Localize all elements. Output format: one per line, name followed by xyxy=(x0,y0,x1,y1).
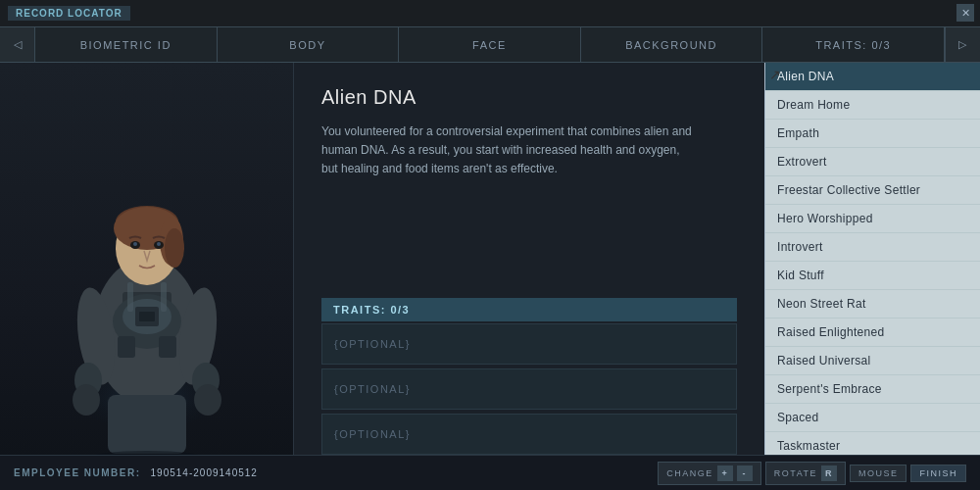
record-locator-label: RECORD LOCATOR xyxy=(8,6,130,21)
trait-description: You volunteered for a controversial expe… xyxy=(321,122,694,179)
employee-number: 190514-2009140512 xyxy=(151,467,258,478)
trait-list-item[interactable]: Introvert xyxy=(765,233,980,262)
mouse-button[interactable]: MOUSE xyxy=(850,465,907,482)
trait-list-item[interactable]: Spaced xyxy=(765,404,980,432)
trait-slot-2[interactable]: {OPTIONAL} xyxy=(321,368,737,410)
trait-list-item[interactable]: Freestar Collective Settler xyxy=(765,176,980,205)
minus-icon: - xyxy=(737,466,753,481)
trait-list-item[interactable]: Neon Street Rat xyxy=(765,290,980,318)
main-content: Alien DNA You volunteered for a controve… xyxy=(0,63,980,482)
trait-list-item[interactable]: Serpent's Embrace xyxy=(765,375,980,404)
trait-title: Alien DNA xyxy=(321,86,737,109)
left-arrow-icon: ◁ xyxy=(14,38,22,51)
svg-rect-25 xyxy=(127,282,133,312)
finish-button[interactable]: FINISH xyxy=(910,465,966,482)
r-key-icon: R xyxy=(821,466,837,481)
nav-right-button[interactable]: ▷ xyxy=(945,27,980,62)
right-panel-trait-list: ↗ Alien DNADream HomeEmpathExtrovertFree… xyxy=(764,63,980,482)
trait-list-item[interactable]: Raised Universal xyxy=(765,347,980,375)
tab-body[interactable]: BODY xyxy=(218,27,400,62)
svg-rect-28 xyxy=(159,336,176,358)
nav-left-button[interactable]: ◁ xyxy=(0,27,35,62)
trait-list-item[interactable]: Dream Home xyxy=(765,91,980,120)
trait-list-item[interactable]: Kid Stuff xyxy=(765,262,980,290)
character-silhouette xyxy=(20,76,274,468)
right-arrow-icon: ▷ xyxy=(958,38,966,51)
center-panel: Alien DNA You volunteered for a controve… xyxy=(294,63,764,482)
tab-background[interactable]: BACKGROUND xyxy=(581,27,763,62)
trait-list-item[interactable]: Hero Worshipped xyxy=(765,205,980,233)
tab-face[interactable]: FACE xyxy=(399,27,581,62)
svg-rect-26 xyxy=(161,282,167,312)
plus-icon: + xyxy=(717,466,733,481)
character-portrait xyxy=(0,63,294,482)
svg-point-13 xyxy=(165,228,184,268)
trait-list-item[interactable]: Empath xyxy=(765,120,980,148)
employee-label: EMPLOYEE NUMBER: xyxy=(14,467,141,478)
svg-rect-7 xyxy=(139,312,155,321)
traits-section: TRAITS: 0/3 {OPTIONAL} {OPTIONAL} {OPTIO… xyxy=(321,298,737,459)
trait-list-item[interactable]: Raised Enlightened xyxy=(765,318,980,347)
change-button[interactable]: CHANGE + - xyxy=(658,462,761,485)
trait-list-item[interactable]: Alien DNA xyxy=(765,63,980,91)
rotate-button[interactable]: ROTATE R xyxy=(765,462,846,485)
character-svg xyxy=(20,76,274,468)
svg-point-23 xyxy=(194,384,221,416)
bottom-buttons: CHANGE + - ROTATE R MOUSE FINISH xyxy=(658,462,966,485)
svg-point-17 xyxy=(157,242,161,246)
svg-rect-24 xyxy=(108,395,186,454)
close-button[interactable]: ✕ xyxy=(956,4,974,22)
trait-list-item[interactable]: Extrovert xyxy=(765,148,980,176)
tab-biometric[interactable]: BIOMETRIC ID xyxy=(35,27,218,62)
svg-rect-27 xyxy=(118,336,135,358)
nav-tabs: ◁ BIOMETRIC ID BODY FACE BACKGROUND TRAI… xyxy=(0,27,980,63)
svg-point-16 xyxy=(133,242,137,246)
svg-point-22 xyxy=(73,384,100,416)
tab-traits[interactable]: TRAITS: 0/3 xyxy=(762,27,945,62)
trait-slot-1[interactable]: {OPTIONAL} xyxy=(321,323,737,365)
trait-slot-3[interactable]: {OPTIONAL} xyxy=(321,414,737,455)
bottom-bar: EMPLOYEE NUMBER: 190514-2009140512 CHANG… xyxy=(0,455,980,490)
top-bar: RECORD LOCATOR ✕ xyxy=(0,0,980,27)
traits-header: TRAITS: 0/3 xyxy=(321,298,737,321)
